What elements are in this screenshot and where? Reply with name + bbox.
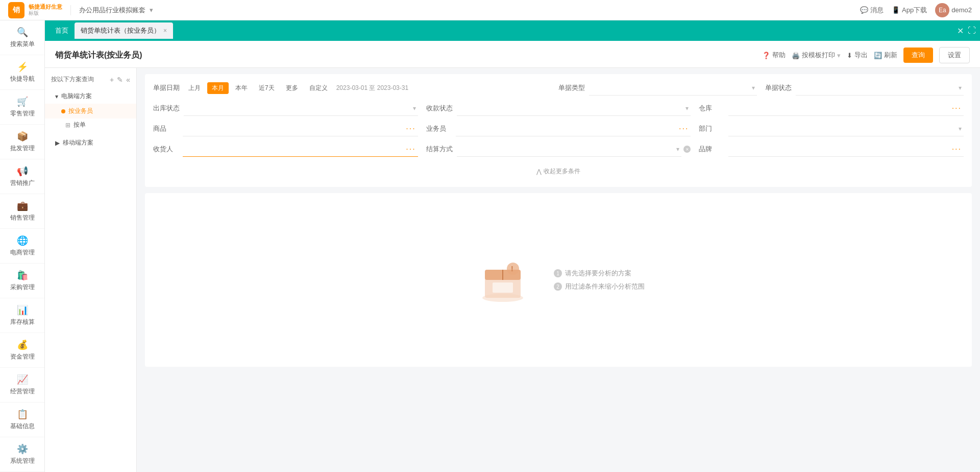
- print-icon: 🖨️: [792, 52, 800, 59]
- filter-row-3: 商品 ··· 业务员 ···: [153, 121, 964, 136]
- salesman-field[interactable]: ···: [456, 121, 691, 136]
- empty-state: ! 1 请先选择要分析的方案 2: [145, 214, 972, 346]
- outbound-label: 出库状态: [153, 104, 180, 113]
- company-name[interactable]: 办公用品行业模拟账套: [79, 6, 145, 15]
- department-select[interactable]: ▾: [728, 121, 964, 136]
- sidebar-item-finance[interactable]: 💰 资金管理: [0, 333, 44, 368]
- refresh-icon: 🔄: [874, 52, 882, 59]
- settlement-select[interactable]: ▾: [457, 141, 682, 157]
- date-btn-custom[interactable]: 自定义: [305, 82, 332, 94]
- retail-icon: 🛒: [17, 96, 28, 107]
- filter-section: 单据日期 上月 本月 本年 近7天 更多 自定义 2023-03-01 至 20…: [145, 74, 972, 187]
- sidebar-item-quick-nav[interactable]: ⚡ 快捷导航: [0, 55, 44, 90]
- refresh-btn[interactable]: 🔄 刷新: [874, 51, 897, 60]
- add-scheme-btn[interactable]: +: [110, 76, 114, 84]
- date-btn-last-month[interactable]: 上月: [184, 82, 205, 94]
- scheme-item-by-order[interactable]: ⊞ 按单: [45, 119, 136, 131]
- date-btn-this-month[interactable]: 本月: [207, 82, 229, 94]
- help-btn[interactable]: ❓ 帮助: [762, 51, 786, 60]
- warehouse-dots-btn[interactable]: ···: [952, 104, 962, 113]
- doc-type-select[interactable]: ▾: [589, 80, 757, 96]
- sidebar-label-quick-nav: 快捷导航: [10, 75, 35, 83]
- date-btn-more[interactable]: 更多: [281, 82, 303, 94]
- svg-text:!: !: [511, 265, 513, 273]
- doc-status-select[interactable]: ▾: [796, 80, 964, 96]
- settings-button[interactable]: 设置: [939, 47, 970, 63]
- doc-type-label: 单据类型: [558, 83, 585, 92]
- tab-active[interactable]: 销货单统计表（按业务员） ×: [75, 22, 173, 39]
- receiver-dots-btn[interactable]: ···: [406, 145, 415, 154]
- sidebar-item-inventory[interactable]: 📊 库存核算: [0, 298, 44, 333]
- sidebar-item-system[interactable]: ⚙️ 系统管理: [0, 437, 44, 472]
- sidebar-label-operation: 经营管理: [10, 387, 35, 396]
- payment-status-label: 收款状态: [426, 104, 453, 113]
- collapse-panel-btn[interactable]: «: [126, 76, 130, 84]
- brand-dots-btn[interactable]: ···: [952, 145, 962, 154]
- empty-illustration: !: [472, 254, 533, 305]
- sidebar-item-wholesale[interactable]: 📦 批发管理: [0, 125, 44, 159]
- print-dropdown-icon[interactable]: ▾: [837, 52, 841, 59]
- filter-row-2: 出库状态 ▾ 收款状态 ▾: [153, 101, 964, 116]
- goods-dots-btn[interactable]: ···: [406, 124, 415, 133]
- user-profile[interactable]: Ea demo2: [935, 3, 972, 17]
- help-icon: ❓: [762, 52, 770, 59]
- brand-name: 畅捷通好生意: [29, 4, 62, 10]
- scheme-item-salesman[interactable]: 按业务员: [45, 104, 136, 119]
- sidebar-label-search: 搜索菜单: [10, 40, 35, 49]
- brand-field[interactable]: ···: [728, 141, 964, 157]
- system-icon: ⚙️: [17, 443, 28, 455]
- date-btn-last-7days[interactable]: 近7天: [254, 82, 279, 94]
- left-panel-header: 按以下方案查询 + ✎ «: [45, 72, 136, 87]
- page-header: 销货单统计表(按业务员) ❓ 帮助 🖨️ 按模板打印 ▾ ⬇ 导出: [45, 41, 980, 68]
- scheme-item-order-label: 按单: [74, 121, 86, 129]
- app-icon: 📱: [892, 6, 900, 14]
- filter-goods: 商品 ···: [153, 121, 418, 136]
- scheme-group-desktop-header[interactable]: ▾ 电脑端方案: [45, 89, 136, 104]
- message-icon: 💬: [860, 6, 868, 14]
- print-btn[interactable]: 🖨️ 按模板打印 ▾: [792, 51, 841, 60]
- receiver-field[interactable]: ···: [183, 141, 418, 157]
- tab-bar: 首页 销货单统计表（按业务员） × ✕ ⛶: [45, 20, 980, 41]
- salesman-dots-btn[interactable]: ···: [679, 124, 689, 133]
- settlement-dropdown-icon: ▾: [676, 146, 679, 153]
- company-dropdown-icon[interactable]: ▾: [150, 6, 153, 14]
- tab-home[interactable]: 首页: [49, 22, 75, 39]
- sidebar-item-marketing[interactable]: 📢 营销推广: [0, 159, 44, 194]
- sidebar-item-ecommerce[interactable]: 🌐 电商管理: [0, 229, 44, 264]
- tab-close-btn[interactable]: ×: [163, 27, 167, 34]
- warehouse-field[interactable]: ···: [728, 101, 964, 116]
- sidebar-label-inventory: 库存核算: [10, 318, 35, 326]
- edit-scheme-btn[interactable]: ✎: [117, 76, 123, 84]
- message-btn[interactable]: 💬 消息: [860, 6, 884, 15]
- filter-doc-status: 单据状态 ▾: [765, 80, 964, 96]
- date-btn-this-year[interactable]: 本年: [231, 82, 252, 94]
- filter-warehouse: 仓库 ···: [699, 101, 964, 116]
- sidebar-item-purchase[interactable]: 🛍️ 采购管理: [0, 264, 44, 298]
- sidebar-item-operation[interactable]: 📈 经营管理: [0, 368, 44, 403]
- page-actions: ❓ 帮助 🖨️ 按模板打印 ▾ ⬇ 导出 🔄 刷新: [762, 47, 970, 63]
- sidebar-item-search[interactable]: 🔍 搜索菜单: [0, 20, 44, 55]
- filter-salesman: 业务员 ···: [426, 121, 691, 136]
- hint1-text: 请先选择要分析的方案: [565, 269, 631, 278]
- query-button[interactable]: 查询: [903, 48, 933, 63]
- settlement-clear-btn[interactable]: ×: [683, 146, 691, 153]
- goods-label: 商品: [153, 124, 179, 133]
- export-btn[interactable]: ⬇ 导出: [847, 51, 868, 60]
- scheme-group-mobile: ▶ 移动端方案: [45, 133, 136, 152]
- maximize-btn[interactable]: ⛶: [968, 26, 976, 35]
- collapse-btn[interactable]: ⋀ 收起更多条件: [153, 165, 964, 178]
- search-icon: 🔍: [17, 27, 28, 38]
- chevron-up-icon: ⋀: [536, 168, 542, 175]
- goods-field[interactable]: ···: [183, 121, 418, 136]
- sidebar-item-sales[interactable]: 💼 销售管理: [0, 194, 44, 229]
- left-panel: 按以下方案查询 + ✎ « ▾ 电脑端方案: [45, 68, 137, 472]
- app-download-btn[interactable]: 📱 App下载: [892, 6, 927, 15]
- close-window-btn[interactable]: ✕: [957, 26, 964, 36]
- outbound-select[interactable]: ▾: [184, 101, 418, 116]
- scheme-group-mobile-header[interactable]: ▶ 移动端方案: [45, 135, 136, 150]
- sidebar-item-retail[interactable]: 🛒 零售管理: [0, 90, 44, 125]
- payment-status-select[interactable]: ▾: [457, 101, 691, 116]
- doc-status-dropdown-icon: ▾: [959, 84, 962, 91]
- filter-brand: 品牌 ···: [699, 141, 964, 157]
- sidebar-item-basic[interactable]: 📋 基础信息: [0, 403, 44, 437]
